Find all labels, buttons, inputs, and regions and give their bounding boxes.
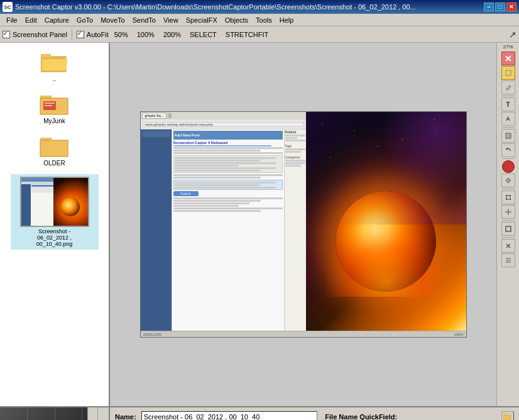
menu-moveto[interactable]: MoveTo (97, 15, 129, 25)
svg-rect-28 (506, 195, 507, 196)
zoom-percentage: 27% (503, 44, 513, 50)
app-icon: SC (3, 2, 13, 12)
screenshot-panel-toggle[interactable]: Screenshot Panel (3, 31, 67, 38)
older-folder-icon (40, 135, 70, 158)
stretchfit-button[interactable]: STRETCHFIT (222, 30, 271, 40)
image-view-panel: gHacks Tec... + www.ghacks.net/wp-admin/… (110, 43, 496, 406)
zoom-200-button[interactable]: 200% (160, 30, 184, 40)
svg-rect-6 (40, 96, 52, 99)
svg-rect-44 (503, 415, 511, 420)
svg-marker-35 (508, 214, 509, 215)
rt-sep-4 (502, 189, 515, 189)
svg-marker-37 (510, 211, 511, 213)
folder-older[interactable]: OLDER (30, 132, 80, 169)
rt-sep-1 (502, 96, 515, 96)
grid-tool-button[interactable] (501, 129, 515, 143)
toolbar-sep-1 (72, 29, 72, 40)
maximize-button[interactable]: □ (495, 3, 505, 11)
svg-rect-4 (42, 54, 51, 58)
image-canvas[interactable]: gHacks Tec... + www.ghacks.net/wp-admin/… (110, 43, 496, 406)
browser-sidebar (141, 130, 172, 337)
menu-capture[interactable]: Capture (41, 15, 73, 25)
zoom-label-panel: zoom (87, 407, 97, 420)
panel-label: Screenshot Panel (13, 31, 67, 38)
rt-sep-5 (502, 220, 515, 221)
filename-input[interactable] (141, 411, 318, 420)
select-button[interactable]: SELECT (187, 30, 220, 40)
lines-button[interactable] (501, 253, 515, 267)
svg-rect-30 (506, 199, 507, 200)
text-tool-button[interactable]: T (501, 97, 515, 111)
toolbar: Screenshot Panel AutoFit 50% 100% 200% S… (0, 26, 519, 43)
file-browser-panel: .. MyJunk (0, 43, 110, 406)
svg-rect-45 (503, 414, 506, 416)
quickfield-label: File Name QuickField: (325, 413, 397, 420)
close-button[interactable]: ✕ (506, 3, 516, 11)
menu-specialfx[interactable]: SpecialFX (182, 15, 221, 25)
menu-bar: File Edit Capture GoTo MoveTo SendTo Vie… (0, 14, 519, 26)
svg-rect-10 (45, 105, 52, 106)
svg-marker-34 (508, 209, 509, 210)
file-info-panel: Name: File Name QuickField: ▲ ▼ (110, 407, 519, 420)
minimize-button[interactable]: − (484, 3, 494, 11)
quickfield-folder-button[interactable] (501, 411, 514, 420)
main-layout: .. MyJunk (0, 43, 519, 406)
browser-screenshot-portion: gHacks Tec... + www.ghacks.net/wp-admin/… (141, 112, 307, 337)
screenshot-thumbnail (20, 177, 89, 227)
quickfield-section: File Name QuickField: (325, 413, 496, 420)
menu-view[interactable]: View (160, 15, 182, 25)
arrow-tool-button[interactable]: A (501, 112, 515, 126)
right-toolbar: 27% T (496, 43, 519, 406)
screenshot-thumb-label: Screenshot - 06_02_2012 ,00_10_40.png (30, 228, 80, 247)
space-image-portion (306, 112, 466, 337)
autofit-label: AutoFit (87, 31, 109, 38)
svg-marker-36 (505, 211, 506, 213)
browser-tab: gHacks Tec... (142, 113, 167, 119)
menu-sendto[interactable]: SendTo (129, 15, 160, 25)
undo-button[interactable] (501, 143, 515, 157)
title-bar: SC Screenshot Captor v3.00.00 - C:\Users… (0, 0, 519, 14)
menu-help[interactable]: Help (276, 15, 298, 25)
bottom-section: zoom Nav Name: File Name QuickField: (0, 406, 519, 420)
zoom-50-button[interactable]: 50% (111, 30, 131, 40)
window-title: Screenshot Captor v3.00.00 - C:\Users\Ma… (15, 3, 484, 11)
menu-objects[interactable]: Objects (221, 15, 252, 25)
menu-tools[interactable]: Tools (252, 15, 276, 25)
parent-folder-item[interactable]: .. (30, 48, 80, 85)
edit-button[interactable] (501, 80, 515, 94)
rectangle-button[interactable] (501, 222, 515, 236)
crosshair-button[interactable] (501, 174, 515, 187)
menu-goto[interactable]: GoTo (73, 15, 97, 25)
autofit-checkbox[interactable] (77, 31, 84, 38)
zoom-100-button[interactable]: 100% (134, 30, 158, 40)
close-capture-button[interactable] (501, 52, 515, 65)
folder-icon (503, 413, 512, 420)
menu-file[interactable]: File (3, 15, 21, 25)
parent-folder-label: .. (53, 75, 57, 82)
rt-sep-2 (502, 127, 515, 128)
myjunk-folder-label: MyJunk (43, 118, 65, 124)
filename-row: Name: File Name QuickField: (115, 411, 514, 420)
resize-button[interactable] (501, 205, 515, 219)
color-button[interactable] (502, 160, 515, 173)
window-controls: − □ ✕ (484, 3, 516, 11)
menu-edit[interactable]: Edit (21, 15, 41, 25)
myjunk-folder-icon (40, 92, 70, 116)
folder-myjunk[interactable]: MyJunk (30, 90, 80, 127)
panel-checkbox[interactable] (3, 31, 10, 38)
flame-visual (323, 221, 449, 297)
svg-rect-16 (506, 70, 511, 75)
nav-label-panel: Nav (97, 407, 109, 420)
screenshot-thumb-item[interactable]: Screenshot - 06_02_2012 ,00_10_40.png (11, 174, 99, 250)
delete-button[interactable] (501, 239, 515, 253)
transform-button[interactable] (501, 191, 515, 204)
svg-rect-11 (40, 140, 68, 157)
autofit-toggle[interactable]: AutoFit (77, 31, 109, 38)
mini-map-panel: zoom Nav (0, 407, 110, 420)
older-folder-label: OLDER (43, 160, 65, 167)
svg-rect-18 (506, 133, 511, 138)
browser-tabs: gHacks Tec... + (141, 112, 306, 119)
copy-button[interactable] (501, 66, 515, 80)
svg-line-17 (510, 86, 511, 87)
cursor-icon: ↗ (509, 30, 516, 40)
